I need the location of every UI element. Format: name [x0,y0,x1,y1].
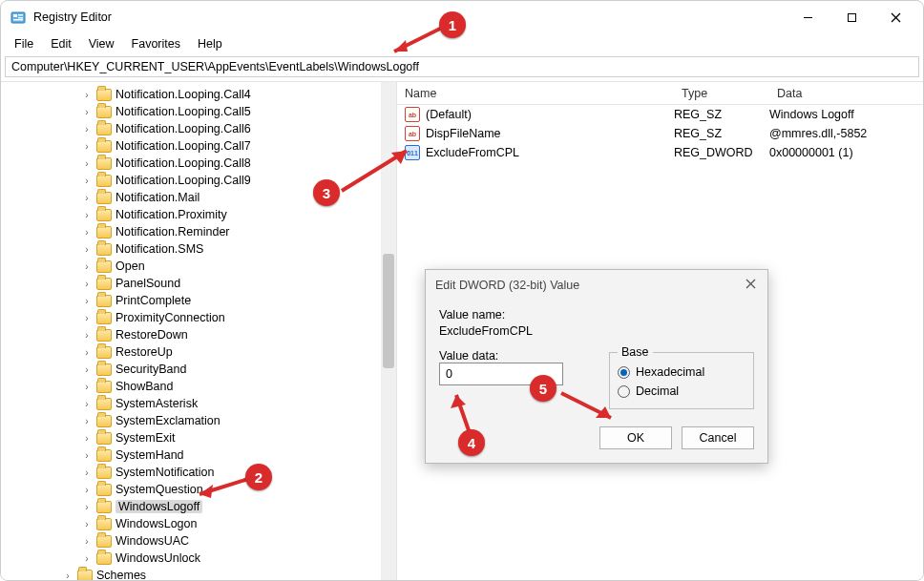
base-legend: Base [618,345,653,359]
tree-item-windowslogoff[interactable]: ›WindowsLogoff [1,498,396,515]
tree-item-proximityconnection[interactable]: ›ProximityConnection [1,309,396,326]
chevron-right-icon: › [62,571,74,581]
tree-item-systemexit[interactable]: ›SystemExit [1,429,396,446]
tree-item-label: SystemQuestion [116,483,203,496]
tree-scroll-thumb[interactable] [383,254,394,368]
tree-item-label: ShowBand [116,380,173,393]
chevron-right-icon: › [81,107,93,117]
folder-icon [96,449,112,462]
folder-icon [96,157,112,170]
header-data[interactable]: Data [769,87,923,100]
tree-item-notification-looping-call5[interactable]: ›Notification.Looping.Call5 [1,103,396,120]
menu-favorites[interactable]: Favorites [124,35,188,52]
tree-pane[interactable]: ›Notification.Looping.Call4›Notification… [1,82,397,580]
value-row[interactable]: abDispFileNameREG_SZ@mmres.dll,-5852 [397,124,923,143]
tree-item-systemhand[interactable]: ›SystemHand [1,446,396,464]
radio-decimal[interactable]: Decimal [618,382,746,401]
tree-item-restoreup[interactable]: ›RestoreUp [1,343,396,361]
ok-button[interactable]: OK [599,426,672,449]
menu-help[interactable]: Help [190,35,230,52]
tree-scrollbar[interactable] [381,82,396,580]
header-type[interactable]: Type [674,87,769,100]
value-name-display: ExcludeFromCPL [439,324,754,338]
folder-icon [96,363,112,376]
tree-item-open[interactable]: ›Open [1,258,396,275]
tree-item-label: Notification.Looping.Call8 [116,156,251,170]
folder-icon [96,484,112,496]
chevron-right-icon: › [81,399,93,409]
tree-item-systemnotification[interactable]: ›SystemNotification [1,464,396,481]
chevron-right-icon: › [81,193,93,203]
tree-item-label: PanelSound [116,277,180,290]
address-bar[interactable]: Computer\HKEY_CURRENT_USER\AppEvents\Eve… [5,56,919,77]
tree-item-notification-looping-call7[interactable]: ›Notification.Looping.Call7 [1,137,396,155]
tree-item-notification-sms[interactable]: ›Notification.SMS [1,240,396,258]
value-row[interactable]: 011ExcludeFromCPLREG_DWORD0x00000001 (1) [397,143,923,162]
annotation-badge-4: 4 [458,429,485,456]
maximize-button[interactable] [830,3,873,31]
chevron-right-icon: › [81,158,93,169]
tree-item-schemes[interactable]: ›Schemes [1,567,396,580]
tree-item-systemquestion[interactable]: ›SystemQuestion [1,481,396,498]
dialog-titlebar: Edit DWORD (32-bit) Value [426,270,767,301]
radio-dec-label: Decimal [636,384,679,398]
tree-item-systemexclamation[interactable]: ›SystemExclamation [1,412,396,429]
values-header: Name Type Data [397,82,923,105]
folder-icon [96,518,112,530]
tree-item-panelsound[interactable]: ›PanelSound [1,275,396,292]
radio-hex-indicator [618,366,630,379]
chevron-right-icon: › [81,416,93,426]
chevron-right-icon: › [81,450,93,461]
svg-rect-4 [13,19,23,21]
chevron-right-icon: › [81,176,93,186]
tree-item-label: SystemAsterisk [116,397,198,410]
folder-icon [96,106,112,118]
tree-item-label: Notification.Reminder [116,225,230,239]
reg-dword-icon: 011 [405,145,420,160]
folder-icon [96,278,112,290]
menu-view[interactable]: View [81,35,122,52]
folder-icon [96,501,112,513]
radio-hexadecimal[interactable]: Hexadecimal [618,363,746,382]
tree-item-notification-looping-call6[interactable]: ›Notification.Looping.Call6 [1,120,396,137]
value-row[interactable]: ab(Default)REG_SZWindows Logoff [397,105,923,124]
tree-item-restoredown[interactable]: ›RestoreDown [1,326,396,343]
chevron-right-icon: › [81,90,93,100]
value-name-label: Value name: [439,308,754,322]
tree-item-notification-looping-call8[interactable]: ›Notification.Looping.Call8 [1,155,396,172]
menu-file[interactable]: File [7,35,41,52]
regedit-icon [10,10,26,25]
menu-edit[interactable]: Edit [43,35,79,52]
value-data: @mmres.dll,-5852 [769,127,923,140]
tree-item-systemasterisk[interactable]: ›SystemAsterisk [1,395,396,412]
folder-icon [96,398,112,410]
minimize-button[interactable] [786,3,830,31]
reg-string-icon: ab [405,126,420,141]
tree-item-label: Notification.Proximity [116,208,227,221]
tree-item-printcomplete[interactable]: ›PrintComplete [1,292,396,309]
tree-item-label: WindowsLogoff [116,500,202,513]
chevron-right-icon: › [81,141,93,152]
chevron-right-icon: › [81,553,93,564]
chevron-right-icon: › [81,244,93,255]
dialog-close-button[interactable] [744,277,758,294]
tree-item-windowsuac[interactable]: ›WindowsUAC [1,532,396,550]
folder-icon [96,535,112,548]
chevron-right-icon: › [81,536,93,547]
tree-item-label: Notification.Mail [116,191,200,204]
header-name[interactable]: Name [397,87,674,100]
tree-item-notification-reminder[interactable]: ›Notification.Reminder [1,223,396,240]
tree-item-windowslogon[interactable]: ›WindowsLogon [1,515,396,532]
tree-item-showband[interactable]: ›ShowBand [1,378,396,395]
tree-item-securityband[interactable]: ›SecurityBand [1,361,396,378]
tree-item-notification-proximity[interactable]: ›Notification.Proximity [1,206,396,223]
folder-icon [96,467,112,479]
folder-icon [96,295,112,307]
close-button[interactable] [873,3,917,31]
cancel-button[interactable]: Cancel [682,426,754,449]
base-fieldset: Base Hexadecimal Decimal [609,345,754,409]
tree-item-windowsunlock[interactable]: ›WindowsUnlock [1,550,396,567]
value-name: ExcludeFromCPL [426,146,674,159]
tree-item-notification-looping-call4[interactable]: ›Notification.Looping.Call4 [1,86,396,103]
chevron-right-icon: › [81,502,93,512]
